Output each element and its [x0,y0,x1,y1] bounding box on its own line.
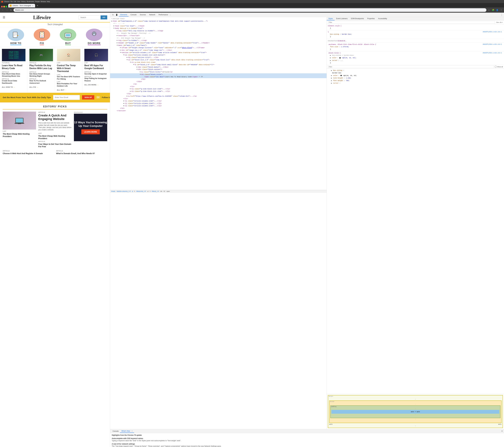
tab-elements[interactable]: Elements [119,13,128,17]
tab-close-btn[interactable]: ✕ [32,5,34,7]
bc-ul[interactable]: ul [132,191,133,192]
html-line-span-selected[interactable]: ▶ <span class="loc main" >Learn How To R… [110,76,327,78]
window-menu[interactable]: Window [41,1,46,2]
html-line[interactable]: ▶ <header id="header_1-0" class="comp he… [110,42,327,44]
styles-tab-styles[interactable]: Styles [327,17,335,20]
html-line[interactable]: </ul> [110,107,327,110]
styles-filter-input[interactable] [328,21,495,23]
html-line[interactable]: ▶ <li class="article-columns-item" >...<… [110,102,327,105]
people-menu[interactable]: People [35,1,40,2]
margin-top[interactable]: - [415,398,416,400]
search-input[interactable] [79,16,101,19]
ep-more-title-2[interactable]: Four Ways to Get Your Own Domain For Fre… [38,143,72,148]
html-line[interactable]: ▶ <p class="block-kicker" >Article</p> [110,71,327,73]
html-line[interactable]: ▼ <ul id="block-list_1-0" class="comp bl… [110,59,327,61]
devtools-more-btn[interactable]: ⋮ [500,13,503,16]
styles-tab-event-listeners[interactable]: Event Listeners [335,17,349,20]
html-line[interactable]: ▼ <main id="main_1-0" role="main" > [110,44,327,47]
color-swatch-2[interactable] [341,75,342,76]
file-menu[interactable]: File [10,1,13,2]
html-line[interactable]: ▼ <section id="article-columns_1-0" clas… [110,52,327,54]
html-line[interactable]: ▶ <a href="https://www.lifewire.com/how-… [110,95,327,98]
all-how-to-link[interactable]: ALL HOW TO → [2,86,15,88]
html-line[interactable]: ▶ </h2> [110,78,327,81]
css-file-block-title[interactable]: eNodVFtyhSA.A.min.css:1 [483,52,502,54]
new-tab-btn[interactable]: + [36,4,39,7]
minimize-window-btn[interactable] [3,6,5,7]
bottom-tab-whats-new[interactable]: What's New ✕ [120,429,134,433]
ep-title-2[interactable]: Create A Quick And Engaging Website [38,114,72,121]
newsletter-signup-btn[interactable]: SIGN UP [82,95,94,100]
css-file-star[interactable]: eNodVFtyhSA.A.min.css:1 [483,31,502,33]
all-buy-link[interactable]: ALL BUY → [57,89,67,91]
html-line[interactable]: ▶ <head class="loc head" >...</head> [110,25,327,27]
back-btn[interactable]: ← [1,8,4,12]
view-menu[interactable]: View [17,1,20,2]
styles-filter-lower-input[interactable] [328,66,494,68]
styles-tab-properties[interactable]: Properties [365,17,377,20]
styles-tab-dom-breakpoints[interactable]: DOM Breakpoints [349,17,366,20]
maximize-window-btn[interactable] [5,6,7,7]
html-line[interactable]: ▶ <li class="g-item block-list-item" >..… [110,88,327,90]
html-line[interactable]: ▶ <svg class="is-hidden" >...</svg> [110,39,327,42]
howto-main-title[interactable]: Learn How To Read Binary Code [2,64,25,70]
address-input[interactable] [14,8,486,12]
bc-article-columns[interactable]: #article-columns_1-0 [117,191,131,192]
category-do-more[interactable]: DO MORE [86,29,102,45]
bc-block[interactable]: #block_1-0 [152,191,159,192]
html-line-selected[interactable]: ▼ <h2 class="block-title" > [110,73,327,76]
mobile-toggle-btn[interactable]: 📱 [115,13,118,17]
bc-main[interactable]: #main [111,191,115,192]
forward-btn[interactable]: → [5,8,9,12]
edit-menu[interactable]: Edit [14,1,16,2]
extensions-btn[interactable]: 🧩 [491,8,495,12]
html-line[interactable]: ▼ <li g-item block-list-item > [110,61,327,64]
tab-sources[interactable]: Sources [139,13,147,17]
html-line[interactable]: ▶ <h2 class="section-title" >...</h2> [110,56,327,59]
html-line[interactable]: ▼ <div class="block-content" > [110,68,327,71]
bottom-close-btn[interactable]: ✕ [501,430,503,432]
html-line[interactable]: ▶ <iframe id="height-change-listener" ro… [110,47,327,49]
fix-main-title[interactable]: Play Fortnite On Any Device With Less La… [29,64,53,70]
search-btn[interactable]: GO [101,16,107,19]
history-menu[interactable]: History [21,1,26,2]
close-window-btn[interactable] [1,6,3,7]
show-all-checkbox[interactable] [495,66,497,68]
tab-console[interactable]: Console [129,13,138,17]
hamburger-menu[interactable]: ☰ [3,16,5,19]
html-line[interactable]: ▶ <li class="article-columns-item" >...<… [110,105,327,107]
tab-network[interactable]: Network [148,13,157,17]
html-line[interactable]: ▶ <html id="homeTemplate_1-0" class="com… [110,20,327,23]
category-fix[interactable]: FIX [34,29,50,45]
tab-overflow[interactable]: » [170,14,171,16]
styles-tab-accessibility[interactable]: Accessibility [377,17,389,20]
html-line[interactable]: </section> [110,110,327,112]
html-line[interactable]: ▶ <li class="article-columns-item" >...<… [110,100,327,102]
color-swatch[interactable] [339,57,341,58]
category-buy[interactable]: BUY [60,29,76,45]
category-how-to[interactable]: HOW TO [8,29,24,45]
help-menu[interactable]: Help [47,1,50,2]
bookmark-btn[interactable]: ☆ [487,8,490,12]
ep-learn-more-btn[interactable]: LEARN MORE [81,129,100,134]
all-fix-link[interactable]: ALL FIX → [29,86,38,88]
chrome-menu[interactable]: Chrome [4,1,10,2]
html-line[interactable]: </li> [110,86,327,88]
filter-options[interactable]: :hov .cls + [496,21,503,23]
profile-btn[interactable]: 👤 [495,8,499,12]
html-line[interactable]: </li> [110,98,327,100]
cursor-inspect-btn[interactable]: 🖱 [111,13,114,17]
site-logo[interactable]: Lifewire [33,14,51,20]
html-line[interactable]: </ul> [110,93,327,95]
html-line[interactable]: ▶ <li class="g-item block-list-item" >..… [110,90,327,93]
margin-right[interactable]: auto [498,424,502,425]
tab-performance[interactable]: Performance [157,13,169,17]
html-line[interactable]: ▼ <ul class="article-columns-list with-b… [110,54,327,56]
css-file-acolumns[interactable]: eNodVFtyhSA.A.min.css:1 [483,44,502,45]
html-line[interactable]: ▶ <noscript>...</noscript> [110,35,327,37]
html-line[interactable]: ▶ <svg class="mntl-svg-resource is-hidde… [110,30,327,32]
html-line[interactable]: ▼ <body data-gr-c-s-loaded="true" > [110,27,327,30]
settings-btn[interactable]: ⋮ [500,8,503,12]
buy-main-title[interactable]: Control The Temp With A Smart Thermostat [57,64,81,73]
whats-new-close[interactable]: ✕ [131,430,133,432]
